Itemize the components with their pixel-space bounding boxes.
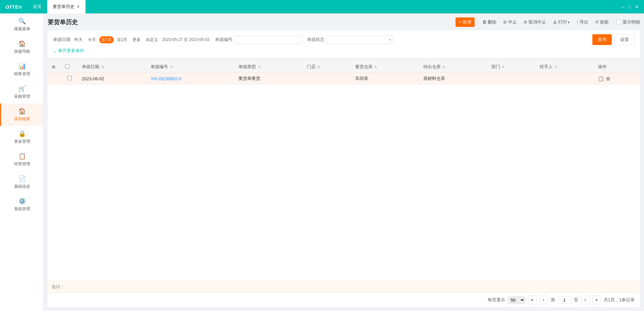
doc-icon: 📄 — [18, 175, 26, 182]
first-page-btn[interactable]: « — [528, 296, 537, 304]
row-settings — [48, 73, 61, 85]
table-scroll-wrapper: ⚙ 单据日期 ⇅ 单据编号 ⇅ — [48, 61, 640, 281]
status-select-wrapper: ▾ — [326, 36, 393, 44]
maximize-btn[interactable]: □ — [628, 4, 631, 9]
print-dropdown-icon[interactable]: ▾ — [568, 20, 570, 24]
sort-icon-bill-no: ⇅ — [170, 65, 173, 69]
col-bill-no[interactable]: 单据编号 ⇅ — [147, 61, 234, 73]
sidebar-label-sales-mgmt: 销售管理 — [14, 71, 30, 77]
show-detail-checkbox[interactable] — [616, 20, 621, 25]
col-bill-no-label: 单据编号 — [151, 64, 168, 69]
col-handler-label: 经手人 — [540, 64, 553, 69]
show-detail-toggle[interactable]: 显示明细 — [616, 19, 640, 25]
sort-icon-department: ⇅ — [502, 65, 504, 69]
page-number-input[interactable] — [558, 297, 571, 304]
filter-actions: 查询 设置 — [592, 34, 635, 45]
col-pending-warehouse[interactable]: 待出仓库 ⇅ — [419, 61, 487, 73]
settings-button[interactable]: 设置 — [614, 34, 635, 45]
row-department — [487, 73, 536, 85]
expand-more-btn[interactable]: ⌄ 展开更多条件 — [53, 48, 635, 54]
sidebar-item-search-menu[interactable]: 🔍 搜索菜单 — [0, 13, 43, 36]
sort-icon-bill-type: ⇅ — [258, 65, 261, 69]
data-table: ⚙ 单据日期 ⇅ 单据编号 ⇅ — [48, 61, 640, 85]
minimize-btn[interactable]: ─ — [621, 4, 624, 9]
sort-icon-bill-date: ⇅ — [101, 65, 104, 69]
query-button[interactable]: 查询 — [592, 34, 612, 45]
row-bill-no: YH-20230602-0 — [147, 73, 234, 85]
date-btn-custom[interactable]: 自定义 — [144, 36, 160, 43]
tab-close-icon[interactable]: ✕ — [76, 4, 80, 9]
bill-no-link[interactable]: YH-20230602-0 — [151, 76, 181, 81]
export-button[interactable]: ↑ 导出 — [574, 18, 590, 27]
sidebar-item-quick-nav[interactable]: 🏠 快捷导航 — [0, 36, 43, 58]
date-filter-buttons: 昨天 今天 近7天 近1月 更多 自定义 — [72, 36, 160, 43]
sidebar-item-operations-mgmt[interactable]: 📋 经营管理 — [0, 148, 43, 171]
row-checkbox[interactable] — [67, 76, 72, 80]
add-button[interactable]: + 新增 — [455, 17, 475, 27]
row-pending-warehouse: 原材料仓库 — [419, 73, 487, 85]
sidebar-item-sales-mgmt[interactable]: 📊 销售管理 — [0, 58, 43, 81]
chart-icon: 📊 — [18, 62, 26, 70]
next-page-btn[interactable]: › — [581, 296, 590, 304]
cancel-stop-button[interactable]: ⊘ 取消中止 — [522, 18, 548, 27]
cart-icon: 🛒 — [18, 85, 26, 92]
col-req-warehouse-label: 要货仓库 — [355, 64, 373, 69]
stop-button[interactable]: ⊘ 中止 — [501, 18, 519, 27]
main-layout: 🔍 搜索菜单 🏠 快捷导航 📊 销售管理 🛒 采购管理 🏠 库存核算 🔒 资金管… — [0, 13, 644, 311]
date-btn-1month[interactable]: 近1月 — [115, 36, 129, 43]
sort-icon-handler: ⇅ — [555, 65, 557, 69]
bill-no-input[interactable] — [234, 36, 302, 44]
sidebar-label-quick-nav: 快捷导航 — [14, 49, 30, 54]
table-footer-sum: 合计： — [48, 281, 640, 293]
col-handler[interactable]: 经手人 ⇅ — [536, 61, 594, 73]
date-btn-today[interactable]: 今天 — [86, 36, 98, 43]
tab-home[interactable]: 首页 — [28, 0, 47, 13]
col-checkbox — [61, 61, 78, 73]
refresh-button[interactable]: ↺ 刷新 — [593, 18, 611, 27]
col-req-warehouse[interactable]: 要货仓库 ⇅ — [351, 61, 419, 73]
row-shop — [303, 73, 351, 85]
table-card: ⚙ 单据日期 ⇅ 单据编号 ⇅ — [48, 61, 640, 307]
col-department-label: 部门 — [491, 64, 500, 69]
select-all-checkbox[interactable] — [65, 64, 69, 69]
row-num — [61, 73, 78, 85]
table-header: ⚙ 单据日期 ⇅ 单据编号 ⇅ — [48, 61, 640, 73]
total-info: 共1页，1条记录 — [604, 297, 635, 303]
sidebar-item-inventory[interactable]: 🏠 库存核算 — [0, 103, 43, 126]
last-page-btn[interactable]: » — [592, 296, 601, 304]
page-size-label: 每页显示 — [488, 297, 505, 303]
table-row: 2023-06-02 YH-20230602-0 要货单要货 车间库 原材料仓库 — [48, 73, 640, 85]
prev-page-btn[interactable]: ‹ — [539, 296, 548, 304]
col-department[interactable]: 部门 ⇅ — [487, 61, 536, 73]
row-detail-icon[interactable]: ⊞ — [606, 76, 610, 81]
col-settings[interactable]: ⚙ — [48, 61, 61, 73]
row-action: 📋 ⊞ — [594, 73, 640, 85]
print-button[interactable]: 🖨 打印 ▾ — [551, 18, 572, 27]
top-bar-tabs: 首页 要货单历史 ✕ — [28, 0, 86, 13]
goto-label: 第 — [551, 297, 555, 303]
col-bill-date[interactable]: 单据日期 ⇅ — [78, 61, 147, 73]
date-btn-yesterday[interactable]: 昨天 — [72, 36, 85, 43]
delete-button[interactable]: 🗑 删除 — [480, 18, 499, 27]
row-bill-date: 2023-06-02 — [78, 73, 147, 85]
expand-more-label: 展开更多条件 — [58, 48, 84, 54]
page-title: 要货单历史 — [48, 18, 78, 26]
tab-requisition-history[interactable]: 要货单历史 ✕ — [47, 0, 86, 13]
status-select[interactable] — [326, 36, 393, 44]
sidebar-item-finance-mgmt[interactable]: 🔒 资金管理 — [0, 126, 43, 148]
date-filter-label: 单据日期 — [53, 37, 70, 43]
date-btn-more[interactable]: 更多 — [130, 36, 143, 43]
sidebar-label-finance-mgmt: 资金管理 — [14, 139, 30, 144]
col-bill-type[interactable]: 单据类型 ⇅ — [234, 61, 303, 73]
sidebar-label-search-menu: 搜索菜单 — [14, 26, 30, 32]
col-shop[interactable]: 门店 ⇅ — [303, 61, 351, 73]
col-pending-warehouse-label: 待出仓库 — [423, 64, 441, 69]
date-btn-7days[interactable]: 近7天 — [99, 36, 114, 43]
row-edit-icon[interactable]: 📋 — [598, 76, 604, 81]
sidebar-item-basic-info[interactable]: 📄 基础信息 — [0, 171, 43, 193]
sidebar-item-purchase-mgmt[interactable]: 🛒 采购管理 — [0, 81, 43, 103]
sidebar-item-system-mgmt[interactable]: ⚙️ 系统管理 — [0, 193, 43, 216]
page-size-select[interactable]: 50 20 100 — [508, 296, 525, 304]
footer-total-label: 合计： — [52, 284, 65, 289]
close-btn[interactable]: ✕ — [635, 4, 639, 9]
